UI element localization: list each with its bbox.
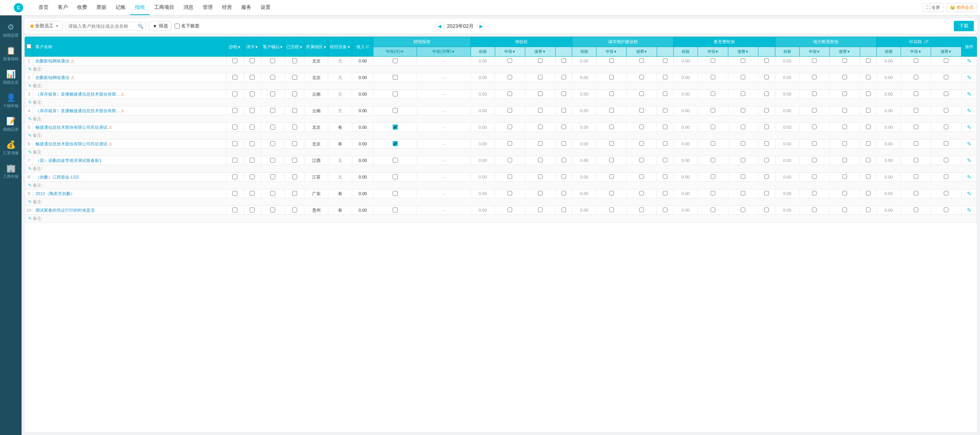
cell-chaoshui[interactable] — [226, 189, 244, 198]
cell-tax-group-1-col-1[interactable] — [596, 90, 626, 99]
cell-tax-group-3-col-3[interactable] — [860, 57, 876, 66]
cell-paid[interactable] — [285, 73, 304, 82]
company-name-cell[interactable]: （库存核算）直播畅捷通信息技术股份有限... ⚠ — [33, 106, 226, 115]
col-header-vat-declare[interactable]: 申报▼ — [495, 47, 525, 57]
vip-button[interactable]: 👑 稻壳会员 — [946, 3, 977, 12]
cell-tax-group-0-col-3[interactable] — [555, 189, 572, 198]
cell-tax-group-0-col-2[interactable] — [525, 206, 555, 215]
cell-chaoshui[interactable] — [226, 206, 244, 215]
cell-confirm[interactable] — [261, 73, 285, 82]
cell-edit[interactable]: ✎ — [962, 173, 977, 182]
cell-tax-group-4-col-2[interactable] — [931, 189, 962, 198]
cell-tax-group-2-col-3[interactable] — [758, 73, 775, 82]
cell-tax-group-2-col-1[interactable] — [698, 123, 728, 132]
cell-tax-group-1-col-3[interactable] — [657, 123, 673, 132]
cell-tax-group-2-col-3[interactable] — [758, 106, 775, 115]
prev-month-button[interactable]: ◀ — [435, 22, 444, 30]
cell-tax-group-0-col-2[interactable] — [525, 73, 555, 82]
cell-annual-declare[interactable] — [373, 123, 417, 132]
col-header-region[interactable]: 所属地区▼ — [304, 37, 328, 57]
cell-tax-group-2-col-2[interactable] — [728, 206, 758, 215]
cell-annual-declare[interactable] — [373, 173, 417, 182]
cell-tax-group-2-col-2[interactable] — [728, 189, 758, 198]
cell-tax-group-1-col-3[interactable] — [657, 57, 673, 66]
cell-chaoshui[interactable] — [226, 156, 244, 165]
cell-qingka[interactable] — [244, 140, 261, 148]
cell-tax-group-2-col-1[interactable] — [698, 189, 728, 198]
cell-tax-group-2-col-1[interactable] — [698, 206, 728, 215]
cell-tax-group-3-col-1[interactable] — [799, 140, 829, 148]
cell-tax-group-2-col-3[interactable] — [758, 57, 775, 66]
cell-tax-group-2-col-3[interactable] — [758, 140, 775, 148]
cell-paid[interactable] — [285, 106, 304, 115]
nav-item-home[interactable]: 首页 — [34, 0, 53, 15]
cell-tax-group-1-col-2[interactable] — [627, 57, 657, 66]
nav-item-business[interactable]: 工商项目 — [150, 0, 179, 15]
cell-confirm[interactable] — [261, 189, 285, 198]
cell-tax-group-4-col-1[interactable] — [901, 156, 931, 165]
cell-edit[interactable]: ✎ — [962, 73, 977, 82]
download-button[interactable]: 下载 — [954, 21, 974, 31]
cell-tax-group-3-col-2[interactable] — [830, 189, 860, 198]
cell-chaoshui[interactable] — [226, 57, 244, 66]
cell-paid[interactable] — [285, 189, 304, 198]
nav-item-manage[interactable]: 管理 — [198, 0, 217, 15]
cell-edit[interactable]: ✎ — [962, 106, 977, 115]
cell-confirm[interactable] — [261, 90, 285, 99]
cell-tax-group-2-col-1[interactable] — [698, 156, 728, 165]
cell-tax-group-0-col-2[interactable] — [525, 140, 555, 148]
nav-item-customer[interactable]: 客户 — [53, 0, 72, 15]
cell-tax-group-2-col-1[interactable] — [698, 73, 728, 82]
company-name-cell[interactable]: 畅捷通信息技术股份有限公司民珐测试 ⚠ — [33, 123, 226, 132]
cell-tax-group-0-col-3[interactable] — [555, 90, 572, 99]
cell-tax-group-2-col-2[interactable] — [728, 90, 758, 99]
cell-chaoshui[interactable] — [226, 140, 244, 148]
col-header-local-declare[interactable]: 申报▼ — [799, 47, 829, 57]
sidebar-item-batch-tax[interactable]: 📋 批量报税 — [0, 42, 22, 66]
cell-confirm[interactable] — [261, 106, 285, 115]
cell-tax-group-4-col-2[interactable] — [931, 123, 962, 132]
cell-edit[interactable]: ✎ — [962, 156, 977, 165]
cell-tax-group-2-col-1[interactable] — [698, 173, 728, 182]
cell-tax-group-0-col-1[interactable] — [495, 123, 525, 132]
cell-tax-group-4-col-2[interactable] — [931, 156, 962, 165]
cell-tax-group-0-col-3[interactable] — [555, 106, 572, 115]
company-name-cell[interactable]: 勿删新锐网络通信 ⚠ — [33, 57, 226, 66]
nav-item-tax[interactable]: 报税 — [130, 0, 150, 15]
cell-tax-group-3-col-1[interactable] — [799, 123, 829, 132]
cell-tax-group-1-col-2[interactable] — [627, 73, 657, 82]
cell-paid[interactable] — [285, 140, 304, 148]
company-name-cell[interactable]: （勿删）江西股金-LSS — [33, 173, 226, 182]
cell-tax-group-0-col-1[interactable] — [495, 206, 525, 215]
cell-tax-group-1-col-1[interactable] — [596, 123, 626, 132]
nav-item-invoice[interactable]: 票据 — [92, 0, 111, 15]
cell-tax-group-4-col-1[interactable] — [901, 189, 931, 198]
cell-qingka[interactable] — [244, 123, 261, 132]
cell-annual-declare[interactable] — [373, 73, 417, 82]
cell-qingka[interactable] — [244, 90, 261, 99]
cell-confirm[interactable] — [261, 57, 285, 66]
cell-tax-group-4-col-1[interactable] — [901, 73, 931, 82]
cell-tax-group-0-col-1[interactable] — [495, 140, 525, 148]
company-name-cell[interactable]: 畅捷通信息技术股份有限公司民珐测试 ⚠ — [33, 140, 226, 148]
cell-confirm[interactable] — [261, 173, 285, 182]
cell-paid[interactable] — [285, 123, 304, 132]
cell-tax-group-3-col-3[interactable] — [860, 123, 876, 132]
cell-tax-group-2-col-3[interactable] — [758, 156, 775, 165]
filter-button[interactable]: ▼ 筛选 — [149, 21, 171, 31]
cell-tax-group-1-col-2[interactable] — [627, 90, 657, 99]
cell-tax-group-3-col-1[interactable] — [799, 156, 829, 165]
col-header-monthly-report[interactable]: 申报(月/季)▼ — [417, 47, 471, 57]
cell-tax-group-3-col-2[interactable] — [830, 123, 860, 132]
cell-tax-group-1-col-1[interactable] — [596, 106, 626, 115]
cell-tax-group-0-col-1[interactable] — [495, 90, 525, 99]
cell-tax-group-0-col-3[interactable] — [555, 123, 572, 132]
cell-tax-group-2-col-1[interactable] — [698, 57, 728, 66]
search-icon[interactable]: 🔍 — [138, 24, 143, 29]
fullscreen-button[interactable]: ⛶ 全屏 — [923, 3, 943, 12]
sidebar-item-tax-overview[interactable]: 📊 报税总览 — [0, 66, 22, 89]
col-header-confirm[interactable]: 客户确认▼ — [261, 37, 285, 57]
cell-tax-group-1-col-3[interactable] — [657, 90, 673, 99]
cell-tax-group-2-col-1[interactable] — [698, 140, 728, 148]
cell-qingka[interactable] — [244, 73, 261, 82]
